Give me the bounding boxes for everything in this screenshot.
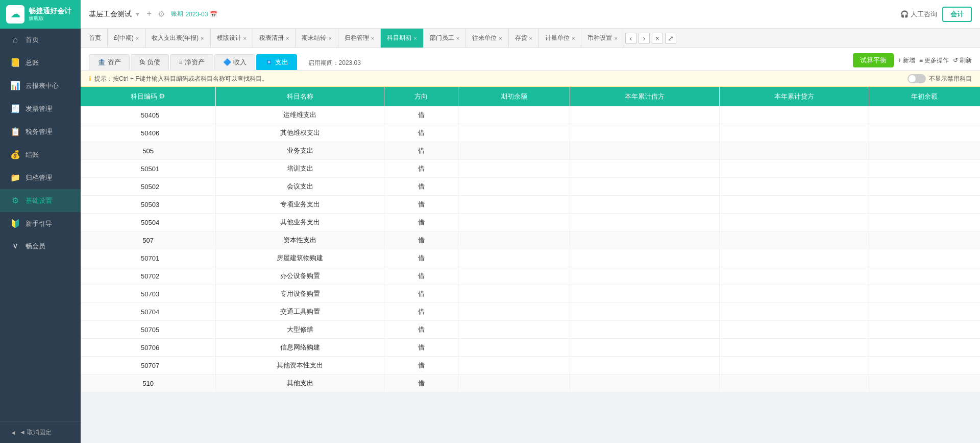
sidebar-item-member[interactable]: V 畅会员 <box>0 235 81 258</box>
table-row[interactable]: 50503 专项业务支出 借 <box>81 196 980 214</box>
customer-service-btn[interactable]: 🎧 人工咨询 <box>900 10 937 19</box>
subtab-net-assets[interactable]: ≡ 净资产 <box>170 54 213 70</box>
subtab-income[interactable]: 🔷 收入 <box>214 54 255 70</box>
cell-code: 50405 <box>81 106 216 124</box>
sidebar-collapse-btn[interactable]: ◄ ◄ 取消固定 <box>0 422 81 443</box>
table-row[interactable]: 50701 房屋建筑物购建 借 <box>81 249 980 267</box>
sidebar-item-guide[interactable]: 🔰 新手引导 <box>0 212 81 235</box>
cell-opening[interactable] <box>458 339 570 357</box>
table-row[interactable]: 50704 交通工具购置 借 <box>81 303 980 321</box>
table-row[interactable]: 50504 其他业务支出 借 <box>81 214 980 231</box>
more-btn[interactable]: ≡ 更多操作 <box>919 56 949 65</box>
cell-annual-balance <box>869 178 980 196</box>
table-wrapper: 科目编码 ⚙ 科目名称 方向 期初余额 本年累计借方 本年累计贷方 年初余额 5… <box>81 87 980 443</box>
sidebar-item-reports[interactable]: 📊 云报表中心 <box>0 74 81 97</box>
sidebar-item-ledger[interactable]: 📒 总账 <box>0 51 81 74</box>
calendar-icon[interactable]: 📅 <box>210 11 217 18</box>
cell-opening[interactable] <box>458 375 570 392</box>
cell-code: 50502 <box>81 178 216 196</box>
tab-expand-btn[interactable]: ⤢ <box>665 33 676 44</box>
table-row[interactable]: 50405 运维维支出 借 <box>81 106 980 124</box>
cell-opening[interactable] <box>458 142 570 160</box>
table-row[interactable]: 50702 办公设备购置 借 <box>81 267 980 285</box>
table-row[interactable]: 50501 培训支出 借 <box>81 160 980 178</box>
sidebar-item-settings[interactable]: ⚙ 基础设置 <box>0 189 81 212</box>
tab-unit-measure[interactable]: 计量单位 × <box>539 29 581 48</box>
tab-currency[interactable]: 币种设置 × <box>581 29 624 48</box>
table-row[interactable]: 50406 其他维权支出 借 <box>81 124 980 142</box>
cell-opening[interactable] <box>458 357 570 375</box>
cell-opening[interactable] <box>458 124 570 142</box>
tab-dept-close[interactable]: × <box>456 35 459 41</box>
tab-period[interactable]: £(中期) × <box>108 29 145 48</box>
tab-period-close[interactable]: × <box>136 35 139 41</box>
tab-dept[interactable]: 部门员工 × <box>424 29 466 48</box>
tab-prev-btn[interactable]: ‹ <box>625 33 636 44</box>
cell-opening[interactable] <box>458 214 570 231</box>
add-project-btn[interactable]: + <box>146 9 152 19</box>
tab-income-report[interactable]: 收入支出表(年报) × <box>145 29 210 48</box>
cell-ytd-credit <box>720 339 869 357</box>
table-row[interactable]: 50502 会议支出 借 <box>81 178 980 196</box>
col-settings-icon[interactable]: ⚙ <box>159 92 165 100</box>
table-row[interactable]: 505 业务支出 借 <box>81 142 980 160</box>
table-row[interactable]: 510 其他支出 借 <box>81 375 980 392</box>
cell-name: 会议支出 <box>216 178 384 196</box>
cell-opening[interactable] <box>458 321 570 339</box>
refresh-btn[interactable]: ↺ 刷新 <box>953 56 972 65</box>
tab-inventory[interactable]: 存货 × <box>509 29 539 48</box>
tab-income-report-close[interactable]: × <box>201 35 204 41</box>
tab-currency-close[interactable]: × <box>614 35 617 41</box>
tab-period-end-close[interactable]: × <box>328 35 331 41</box>
sidebar-item-tax[interactable]: 📋 税务管理 <box>0 120 81 143</box>
tab-next-btn[interactable]: › <box>639 33 650 44</box>
subtab-expenditure[interactable]: 💠 支出 <box>256 54 297 70</box>
tab-units-close[interactable]: × <box>499 35 502 41</box>
tab-template[interactable]: 模版设计 × <box>211 29 253 48</box>
calculate-btn[interactable]: 试算平衡 <box>853 53 894 67</box>
table-row[interactable]: 50707 其他资本性支出 借 <box>81 357 980 375</box>
disable-toggle[interactable] <box>908 74 926 83</box>
tab-subject-init-close[interactable]: × <box>413 35 416 41</box>
cell-opening[interactable] <box>458 285 570 303</box>
sidebar-item-home[interactable]: ⌂ 首页 <box>0 29 81 51</box>
tab-inventory-close[interactable]: × <box>529 35 532 41</box>
cell-opening[interactable] <box>458 160 570 178</box>
table-row[interactable]: 50705 大型修缮 借 <box>81 321 980 339</box>
cell-opening[interactable] <box>458 303 570 321</box>
cell-opening[interactable] <box>458 267 570 285</box>
tab-units[interactable]: 往来单位 × <box>466 29 508 48</box>
settings-gear-icon[interactable]: ⚙ <box>158 9 165 19</box>
tab-tax-table-close[interactable]: × <box>286 35 289 41</box>
sidebar-item-settle[interactable]: 💰 结账 <box>0 143 81 166</box>
account-btn[interactable]: 会计 <box>942 7 972 22</box>
sidebar-item-invoice[interactable]: 🧾 发票管理 <box>0 97 81 120</box>
account-label: 会计 <box>950 10 964 18</box>
cell-opening[interactable] <box>458 196 570 214</box>
tab-template-close[interactable]: × <box>243 35 247 41</box>
tab-subject-init[interactable]: 科目期初 × <box>381 29 423 48</box>
cell-annual-balance <box>869 124 980 142</box>
tab-close-all-btn[interactable]: × <box>652 33 663 44</box>
cell-opening[interactable] <box>458 106 570 124</box>
table-row[interactable]: 50706 信息网络购建 借 <box>81 339 980 357</box>
dropdown-icon[interactable]: ▼ <box>135 11 140 17</box>
tab-home[interactable]: 首页 <box>83 29 108 48</box>
tab-unit-measure-close[interactable]: × <box>572 35 575 41</box>
cell-ytd-credit <box>720 231 869 249</box>
tab-period-end[interactable]: 期末结转 × <box>296 29 338 48</box>
cell-opening[interactable] <box>458 249 570 267</box>
cell-opening[interactable] <box>458 178 570 196</box>
table-row[interactable]: 50703 专用设备购置 借 <box>81 285 980 303</box>
cell-opening[interactable] <box>458 231 570 249</box>
tab-file-mgmt-close[interactable]: × <box>371 35 374 41</box>
subtab-liabilities[interactable]: 负 负债 <box>131 54 169 70</box>
subtab-assets[interactable]: 🏦 资产 <box>89 54 130 70</box>
reports-icon: 📊 <box>10 81 20 90</box>
project-name[interactable]: 基层工会测试 ▼ <box>89 10 140 19</box>
add-btn[interactable]: + 新增 <box>898 56 915 65</box>
table-row[interactable]: 507 资本性支出 借 <box>81 231 980 249</box>
sidebar-item-archive[interactable]: 📁 归档管理 <box>0 166 81 189</box>
tab-file-mgmt[interactable]: 归档管理 × <box>338 29 381 48</box>
tab-tax-table[interactable]: 税表清册 × <box>253 29 296 48</box>
